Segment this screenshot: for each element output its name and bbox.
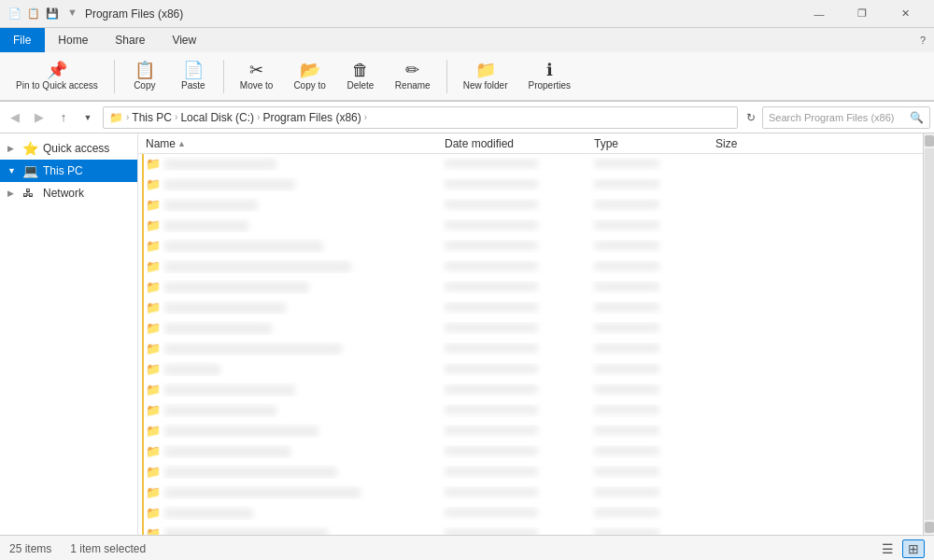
file-row[interactable]: 📁 [138,298,923,318]
file-row[interactable]: 📁 [138,257,923,277]
file-cell-date [441,260,590,273]
maximize-button[interactable]: ❐ [841,0,884,28]
quick-icon-2[interactable]: 📋 [26,7,41,21]
file-row[interactable]: 📁 [138,236,923,257]
search-bar[interactable]: Search Program Files (x86) 🔍 [762,106,930,129]
file-row[interactable]: 📁 [138,318,923,339]
newfolder-label: New folder [463,80,508,91]
folder-icon: 📁 [146,444,161,458]
pin-to-quickaccess-button[interactable]: 📌 Pin to Quick access [7,56,106,97]
window-title: Program Files (x86) [85,7,798,21]
quick-icon-3[interactable]: 💾 [45,7,60,21]
paste-button[interactable]: 📄 Paste [171,56,216,97]
file-cell-name: 📁 [142,280,441,294]
tab-share[interactable]: Share [102,28,159,52]
file-row[interactable]: 📁 [138,441,923,462]
properties-button[interactable]: ℹ Properties [519,56,579,97]
minimize-button[interactable]: — [798,0,841,28]
sidebar-item-label-network: Network [43,187,84,200]
sidebar-item-quick-access[interactable]: ▶ ⭐ Quick access [0,137,137,160]
file-row[interactable]: 📁 [138,216,923,236]
tab-view[interactable]: View [159,28,210,52]
breadcrumb-program-files[interactable]: Program Files (x86) [262,111,361,124]
breadcrumb-this-pc[interactable]: 📁 [109,111,123,124]
file-row[interactable]: 📁 [138,483,923,503]
status-bar: 25 items 1 item selected ☰ ⊞ [0,535,934,560]
col-header-size[interactable]: Size [712,137,786,150]
file-row[interactable]: 📁 [138,524,923,535]
ribbon-help-btn[interactable]: ? [912,28,934,52]
paste-label: Paste [181,80,205,91]
file-cell-date [441,322,590,335]
breadcrumb-this-pc-label[interactable]: This PC [132,111,172,124]
file-cell-name: 📁 [142,362,441,376]
scroll-down-btn[interactable] [925,522,934,533]
rename-button[interactable]: ✏ Rename [387,56,439,97]
file-cell-name: 📁 [142,157,441,171]
sidebar-item-this-pc[interactable]: ▼ 💻 This PC [0,160,137,182]
copy-button[interactable]: 📋 Copy [122,56,167,97]
view-details-btn[interactable]: ☰ [876,539,899,558]
copy-icon: 📋 [134,62,155,78]
file-cell-type [590,425,712,438]
ribbon-spacer [210,28,912,52]
up-button[interactable]: ↑ [52,106,75,129]
scroll-up-btn[interactable] [925,135,934,147]
window-controls: — ❐ ✕ [798,0,927,28]
file-cell-date [441,158,590,171]
main-area: ▶ ⭐ Quick access ▼ 💻 This PC ▶ 🖧 Network… [0,133,934,535]
view-icons: ☰ ⊞ [876,539,925,558]
quick-icon-1[interactable]: 📄 [7,7,22,21]
folder-icon: 📁 [146,259,161,273]
pin-label: Pin to Quick access [16,80,98,91]
view-large-icons-btn[interactable]: ⊞ [902,539,925,558]
file-cell-type [590,178,712,191]
file-row[interactable]: 📁 [138,277,923,298]
ribbon-bar: 📌 Pin to Quick access 📋 Copy 📄 Paste ✂ M… [0,52,934,101]
file-row[interactable]: 📁 [138,503,923,524]
col-header-name[interactable]: Name ▲ [142,137,441,150]
file-row[interactable]: 📁 [138,462,923,483]
sidebar-item-label-quick-access: Quick access [43,142,109,155]
col-header-date[interactable]: Date modified [441,137,590,150]
file-list-scroll[interactable]: 📁 📁 📁 📁 [138,154,923,535]
tab-home[interactable]: Home [45,28,102,52]
sidebar: ▶ ⭐ Quick access ▼ 💻 This PC ▶ 🖧 Network [0,133,138,535]
folder-icon: 📁 [146,506,161,520]
file-row[interactable]: 📁 [138,175,923,195]
address-bar: ◀ ▶ ↑ ▼ 📁 › This PC › Local Disk (C:) › … [0,102,934,133]
search-icon[interactable]: 🔍 [910,111,924,124]
file-row[interactable]: 📁 [138,195,923,216]
newfolder-button[interactable]: 📁 New folder [455,56,517,97]
file-row[interactable]: 📁 [138,339,923,359]
moveto-icon: ✂ [249,62,263,78]
close-button[interactable]: ✕ [884,0,927,28]
file-row[interactable]: 📁 [138,421,923,441]
file-cell-name: 📁 [142,259,441,273]
scrollbar[interactable] [923,133,934,535]
file-cell-date [441,343,590,356]
file-cell-name: 📁 [142,218,441,232]
forward-button[interactable]: ▶ [28,106,50,129]
refresh-button[interactable]: ↻ [742,106,760,129]
file-row[interactable]: 📁 [138,380,923,400]
move-to-button[interactable]: ✂ Move to [232,56,282,97]
col-header-type[interactable]: Type [590,137,712,150]
file-cell-name: 📁 [142,444,441,458]
file-cell-type [590,527,712,536]
dropdown-icon[interactable]: ▼ [67,7,78,21]
copy-to-button[interactable]: 📂 Copy to [285,56,333,97]
breadcrumb-local-disk[interactable]: Local Disk (C:) [180,111,254,124]
recent-locations-button[interactable]: ▼ [77,106,99,129]
file-row[interactable]: 📁 [138,154,923,175]
divider-2 [223,60,224,93]
sidebar-item-network[interactable]: ▶ 🖧 Network [0,182,137,204]
file-cell-type [590,445,712,458]
delete-button[interactable]: 🗑 Delete [338,56,383,97]
back-button[interactable]: ◀ [4,106,26,129]
breadcrumb-sep-1: › [126,112,129,122]
sort-icon-name: ▲ [177,139,186,148]
tab-file[interactable]: File [0,28,45,52]
file-row[interactable]: 📁 [138,359,923,380]
file-row[interactable]: 📁 [138,400,923,421]
